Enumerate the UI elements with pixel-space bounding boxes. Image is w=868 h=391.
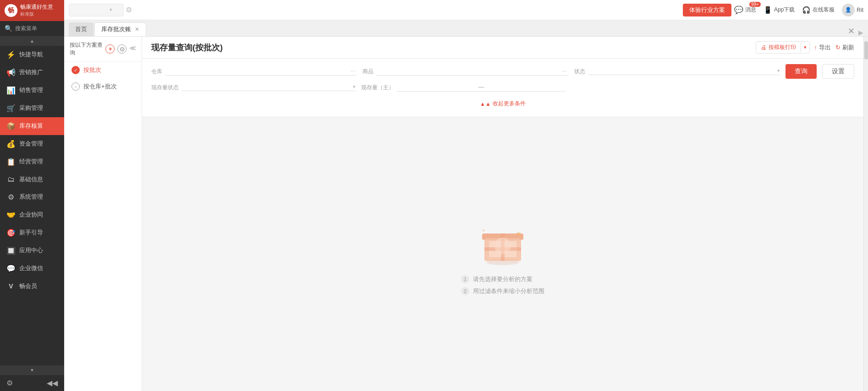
sidebar: 畅 畅康通好生意 标准版 🔍 搜索菜单 ▲ ⚡ 快捷导航 📢 营销推广 📊 销售… [0,0,64,391]
plan-settings-btn[interactable]: ⊙ [117,44,126,54]
dropdown-arrow-icon[interactable]: ▾ [110,7,112,13]
sidebar-item-inventory[interactable]: 📦 库存核算 [0,117,64,135]
stock-qty-min-input[interactable] [397,83,475,90]
headset-icon: 🎧 [802,6,811,14]
sidebar-item-label: 企业协同 [19,211,43,219]
settings-icon[interactable]: ⚙ [6,379,13,387]
collapse-panel-btn[interactable]: ≪ [129,44,136,54]
tab-inventory-batch[interactable]: 库存批次账 ✕ [94,22,146,36]
filter-row-2: 现存量状态 ▾ 现存量（主） — [151,83,854,92]
filter-area: 仓库 ··· 商品 ··· [142,59,863,117]
sidebar-item-purchase[interactable]: 🛒 采购管理 [0,99,64,117]
sidebar-item-marketing[interactable]: 📢 营销推广 [0,64,64,81]
topbar-right: 💬 99+ 消息 📱 App下载 🎧 在线客服 👤 Rit [734,4,863,16]
stock-qty-range: — [397,83,566,92]
app-download-icon: 📱 [764,6,772,14]
sidebar-item-finance[interactable]: 💰 资金管理 [0,135,64,153]
collapse-up-icon: ▲▲ [480,101,491,107]
header-actions: 🖨 按模板打印 ▾ ↑ 导出 ↻ 刷新 [756,41,855,54]
sidebar-item-label: 快捷导航 [19,50,43,59]
refresh-btn[interactable]: ↻ 刷新 [835,43,854,52]
print-dropdown-btn[interactable]: ▾ [801,43,809,52]
warehouse-dots-btn[interactable]: ··· [349,68,357,74]
brand-sub: 标准版 [20,11,53,17]
topbar-search-input[interactable] [73,7,110,13]
scroll-up-btn[interactable]: ▲ [0,37,64,46]
sidebar-item-newguide[interactable]: 🎯 新手引导 [0,224,64,242]
close-icon[interactable]: ✕ [848,26,855,36]
left-panel-header: 按以下方案查询 ＋ ⊙ ≪ [64,37,142,62]
export-btn[interactable]: ↑ 导出 [814,43,831,52]
warehouse-input-area[interactable]: ··· [165,67,357,76]
stock-status-label: 现存量状态 [151,84,179,92]
newguide-icon: 🎯 [6,228,16,237]
stock-status-field-wrapper: 现存量状态 ▾ [151,84,356,92]
stock-status-dropdown-icon[interactable]: ▾ [353,84,356,90]
product-dots-btn[interactable]: ··· [560,68,569,74]
app-download-btn[interactable]: 📱 App下载 [764,6,795,14]
sidebar-item-enterprise[interactable]: 🤝 企业协同 [0,206,64,224]
tab-home[interactable]: 首页 [69,22,93,36]
sidebar-item-vip[interactable]: V 畅会员 [0,277,64,295]
plan-item-by-warehouse-batch[interactable]: ○ 按仓库+批次 [64,78,142,95]
sidebar-item-label: 基础信息 [19,175,43,184]
online-service-btn[interactable]: 🎧 在线客服 [802,6,835,14]
print-section: 🖨 按模板打印 ▾ [756,41,810,54]
topbar-settings-icon[interactable]: ⚙ [126,5,132,14]
purchase-icon: 🛒 [6,104,16,113]
tab-close-icon[interactable]: ✕ [135,26,139,33]
tab-home-label: 首页 [75,25,87,33]
plan-label-warehouse-batch: 按仓库+批次 [83,82,117,91]
panel-close-btn[interactable]: ✕ [848,26,858,36]
empty-state: ★ ✦ 1 请先选择要分析的方案 2 用过滤条件来缩小分析范围 [142,117,863,391]
sidebar-item-basic[interactable]: 🗂 基础信息 [0,171,64,188]
add-plan-btn[interactable]: ＋ [105,44,115,54]
sidebar-search[interactable]: 🔍 搜索菜单 [0,21,64,37]
sidebar-item-label: 畅会员 [19,282,37,290]
product-input[interactable] [376,67,560,74]
scroll-down-btn[interactable]: ▼ [0,365,64,375]
empty-illustration: ★ ✦ [475,213,530,268]
sidebar-item-wechat[interactable]: 💬 企业微信 [0,260,64,277]
left-panel-title: 按以下方案查询 [70,41,105,57]
sidebar-item-sales[interactable]: 📊 销售管理 [0,81,64,99]
appcenter-icon: 🔲 [6,246,16,255]
query-header: 现存量查询(按批次) 🖨 按模板打印 ▾ ↑ 导出 ↻ [142,37,863,59]
right-scrollbar[interactable] [863,37,868,391]
plan-item-by-batch[interactable]: ✓ 按批次 [64,62,142,78]
query-btn[interactable]: 查询 [786,64,817,79]
collapse-more-btn[interactable]: ▲▲ 收起更多条件 [151,96,854,111]
status-dropdown-icon[interactable]: ▾ [777,68,780,74]
trial-btn[interactable]: 体验行业方案 [683,4,731,16]
sidebar-item-quick-nav[interactable]: ⚡ 快捷导航 [0,46,64,64]
sidebar-item-label: 资金管理 [19,140,43,148]
filter-settings-btn[interactable]: 设置 [822,64,854,79]
message-btn[interactable]: 💬 99+ 消息 [734,5,756,14]
stock-status-select[interactable]: ▾ [181,84,356,91]
system-icon: ⚙ [6,193,16,201]
topbar-search-box[interactable]: ▾ [69,4,124,16]
sidebar-item-system[interactable]: ⚙ 系统管理 [0,188,64,206]
collapse-sidebar-icon[interactable]: ◀◀ [47,379,58,387]
stock-qty-max-input[interactable] [488,83,566,90]
print-icon: 🖨 [761,44,767,51]
sidebar-item-appcenter[interactable]: 🔲 应用中心 [0,242,64,260]
vip-icon: V [6,282,16,290]
print-btn[interactable]: 🖨 按模板打印 [756,42,801,53]
user-avatar-btn[interactable]: 👤 Rit [842,4,863,16]
warehouse-input[interactable] [165,67,349,74]
inventory-icon: 📦 [6,122,16,130]
panel-right-arrow[interactable]: ▶ [858,29,863,36]
avatar: 👤 [842,4,855,16]
user-name: Rit [857,7,863,13]
sidebar-item-operations[interactable]: 📋 经营管理 [0,153,64,171]
app-logo: 畅 [5,4,17,17]
product-input-area[interactable]: ··· [376,67,568,76]
warehouse-field-wrapper: 仓库 ··· [151,67,357,76]
warehouse-label: 仓库 [151,68,162,76]
plan-label-by-batch: 按批次 [83,66,101,74]
topbar-search-area: ▾ ⚙ [69,4,132,16]
sidebar-header: 畅 畅康通好生意 标准版 [0,0,64,21]
sidebar-item-label: 系统管理 [19,193,43,201]
status-select-area[interactable]: ▾ [588,68,780,75]
